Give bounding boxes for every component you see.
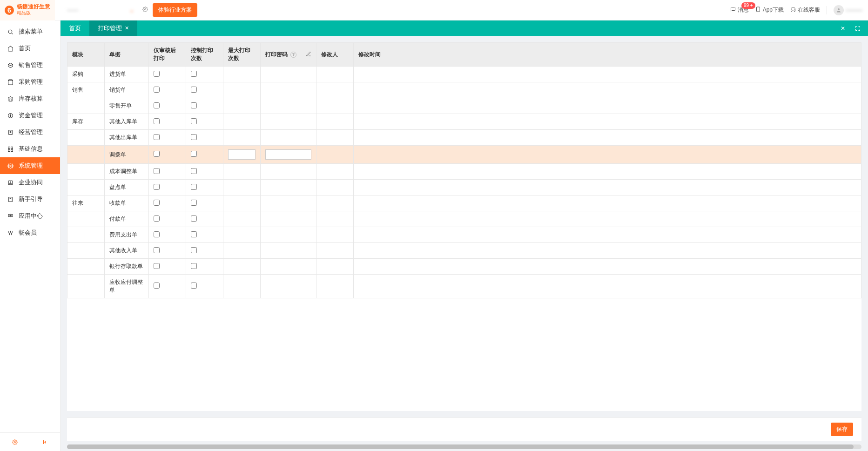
limit-count-checkbox[interactable] — [191, 184, 197, 190]
sidebar-item-home[interactable]: 首页 — [0, 40, 60, 57]
th-modified-at: 修改时间 — [354, 43, 861, 67]
limit-count-checkbox[interactable] — [191, 118, 197, 124]
help-icon[interactable]: ? — [290, 52, 296, 58]
cell-modified-at — [354, 275, 861, 298]
fullscreen-icon[interactable] — [852, 23, 863, 34]
tabbar: 首页打印管理✕ ✕ — [61, 20, 868, 36]
tab-打印管理[interactable]: 打印管理✕ — [89, 20, 137, 36]
audit-only-checkbox[interactable] — [154, 168, 160, 174]
limit-count-checkbox[interactable] — [191, 71, 197, 77]
limit-count-checkbox[interactable] — [191, 263, 197, 269]
close-icon[interactable]: ✕ — [125, 25, 129, 31]
cell-max-count — [223, 67, 261, 82]
tab-首页[interactable]: 首页 — [61, 20, 89, 36]
sidebar-item-label: 搜索菜单 — [19, 27, 43, 36]
audit-only-checkbox[interactable] — [154, 71, 160, 77]
table-row[interactable]: 成本调整单 — [67, 164, 861, 180]
table-row[interactable]: 应收应付调整单 — [67, 275, 861, 298]
limit-count-checkbox[interactable] — [191, 87, 197, 93]
table-row[interactable]: 库存其他入库单 — [67, 114, 861, 130]
audit-only-checkbox[interactable] — [154, 151, 160, 157]
audit-only-checkbox[interactable] — [154, 134, 160, 140]
sidebar-item-purchase[interactable]: 采购管理 — [0, 74, 60, 90]
audit-only-checkbox[interactable] — [154, 231, 160, 237]
audit-only-checkbox[interactable] — [154, 215, 160, 222]
audit-only-checkbox[interactable] — [154, 87, 160, 93]
service-button[interactable]: 在线客服 — [790, 6, 820, 14]
audit-only-checkbox[interactable] — [154, 200, 160, 206]
svg-rect-14 — [8, 149, 10, 151]
limit-count-checkbox[interactable] — [191, 200, 197, 206]
user-menu[interactable]: ——— — [834, 5, 862, 15]
table-row[interactable]: 销售销货单 — [67, 82, 861, 98]
table-row[interactable]: 付款单 — [67, 211, 861, 227]
table-row[interactable]: 其他收入单 — [67, 243, 861, 259]
audit-only-checkbox[interactable] — [154, 247, 160, 253]
max-count-input[interactable] — [228, 149, 256, 160]
sidebar-item-base[interactable]: 基础信息 — [0, 141, 60, 157]
cell-password — [261, 227, 316, 243]
limit-count-checkbox[interactable] — [191, 102, 197, 108]
sidebar-item-apps[interactable]: 应用中心 — [0, 208, 60, 224]
limit-count-checkbox[interactable] — [191, 134, 197, 140]
table-row[interactable]: 往来收款单 — [67, 195, 861, 211]
audit-only-checkbox[interactable] — [154, 102, 160, 108]
industry-solution-button[interactable]: 体验行业方案 — [153, 3, 197, 17]
password-input[interactable] — [265, 149, 311, 160]
audit-only-checkbox[interactable] — [154, 184, 160, 190]
sidebar-item-vip[interactable]: 畅会员 — [0, 224, 60, 241]
edit-icon[interactable] — [306, 51, 311, 58]
limit-count-checkbox[interactable] — [191, 283, 197, 289]
sidebar-item-system[interactable]: 系统管理 — [0, 157, 60, 174]
limit-count-checkbox[interactable] — [191, 247, 197, 253]
svg-rect-27 — [43, 440, 44, 444]
sidebar-item-fund[interactable]: 资金管理 — [0, 107, 60, 124]
table-row[interactable]: 调拨单 — [67, 146, 861, 164]
cell-modified-at — [354, 146, 861, 164]
limit-count-checkbox[interactable] — [191, 231, 197, 237]
sidebar-item-business[interactable]: 经营管理 — [0, 124, 60, 141]
sidebar-item-coop[interactable]: 企业协同 — [0, 174, 60, 191]
cell-doc: 其他收入单 — [105, 243, 149, 259]
sidebar-item-inventory[interactable]: 库存核算 — [0, 90, 60, 107]
audit-only-checkbox[interactable] — [154, 118, 160, 124]
limit-count-checkbox[interactable] — [191, 168, 197, 174]
sidebar-item-sales[interactable]: 销售管理 — [0, 57, 60, 74]
table-row[interactable]: 其他出库单 — [67, 130, 861, 146]
table-row[interactable]: 采购进货单 — [67, 67, 861, 82]
sidebar-item-guide[interactable]: 新手引导 — [0, 191, 60, 208]
table-row[interactable]: 费用支出单 — [67, 227, 861, 243]
sidebar-item-label: 首页 — [19, 44, 31, 53]
limit-count-checkbox[interactable] — [191, 151, 197, 157]
tab-close-all-icon[interactable]: ✕ — [837, 23, 848, 34]
cell-max-count — [223, 211, 261, 227]
tenant-placeholder: —— — [67, 7, 78, 13]
table-row[interactable]: 盘点单 — [67, 180, 861, 195]
sidebar-item-search[interactable]: 搜索菜单 — [0, 23, 60, 40]
scrollbar-thumb[interactable] — [67, 444, 854, 449]
svg-point-3 — [838, 8, 840, 10]
download-button[interactable]: App下载 — [755, 6, 784, 14]
table-row[interactable]: 银行存取款单 — [67, 259, 861, 275]
audit-only-checkbox[interactable] — [154, 263, 160, 269]
cell-limit-count — [186, 195, 223, 211]
limit-count-checkbox[interactable] — [191, 215, 197, 222]
horizontal-scrollbar[interactable] — [67, 444, 861, 449]
cell-audit-only — [149, 275, 186, 298]
svg-rect-13 — [11, 147, 13, 148]
tenant-select[interactable]: —— ⌄ — [63, 4, 138, 17]
svg-point-4 — [8, 30, 12, 34]
audit-only-checkbox[interactable] — [154, 283, 160, 289]
messages-button[interactable]: 消息 99 + — [730, 6, 749, 14]
service-label: 在线客服 — [798, 6, 820, 14]
save-button[interactable]: 保存 — [831, 423, 853, 436]
settings-icon[interactable] — [9, 437, 20, 448]
cell-audit-only — [149, 130, 186, 146]
brand-logo[interactable]: 6 畅捷通好生意 精品版 — [0, 0, 55, 20]
collapse-icon[interactable] — [40, 437, 51, 448]
box-icon — [7, 61, 14, 69]
th-doc: 单据 — [105, 43, 149, 67]
cell-doc: 其他出库单 — [105, 130, 149, 146]
table-row[interactable]: 零售开单 — [67, 98, 861, 114]
tenant-settings-icon[interactable] — [142, 7, 148, 13]
